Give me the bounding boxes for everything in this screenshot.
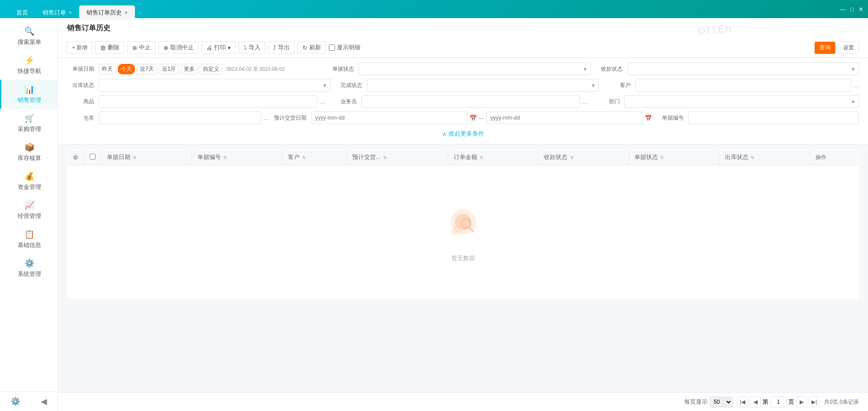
product-input[interactable] [99,95,317,108]
add-button[interactable]: + 新增 [67,42,92,54]
delivery-sort-icon[interactable]: ⇅ [383,155,387,160]
sidebar-icon-销售管理: 📊 [24,84,34,94]
amount-sort-icon[interactable]: ⇅ [480,155,483,160]
tab-close-销售订单历史[interactable]: × [125,10,128,16]
collapse-btn[interactable]: ∧ 收起更多条件 [67,128,859,140]
th-doc-status: 单据状态 ⇅ [629,150,719,165]
customer-filter-label: 客户 [604,82,631,89]
tab-close-销售订单[interactable]: × [69,10,72,16]
print-button[interactable]: 🖨 打印 ▾ [201,41,236,54]
sidebar-label-快捷导航: 快捷导航 [18,67,41,75]
sidebar-icon-系统管理: ⚙️ [24,258,34,268]
filter-row-4: 仓库 ... 预计交货日期 📅 — 📅 单据编号 [67,111,859,124]
1month-btn[interactable]: 近1月 [159,64,179,74]
date-sort-icon[interactable]: ⇅ [133,155,136,160]
doc-number-input[interactable] [688,111,859,124]
yesterday-btn[interactable]: 昨天 [99,64,116,74]
window-close-btn[interactable]: ✕ [858,6,863,13]
expected-date-to[interactable] [486,111,643,124]
salesperson-dots-btn[interactable]: ... [582,97,588,106]
stop-button[interactable]: ⊗ 中止 [127,41,156,54]
sidebar-item-基础信息[interactable]: 📋 基础信息 [0,225,58,254]
customer-sort-icon[interactable]: ⇅ [302,155,306,160]
product-control: ... [99,95,325,108]
window-maximize-btn[interactable]: □ [850,6,854,13]
show-columns-checkbox[interactable] [329,44,335,51]
current-page-input[interactable] [770,396,786,407]
complete-select[interactable]: ▾ [367,79,599,92]
sidebar-icon-资金管理: 💰 [24,171,34,181]
collapse-label: 收起更多条件 [449,130,484,138]
sidebar-item-资金管理[interactable]: 💰 资金管理 [0,167,58,196]
query-button[interactable]: 查询 [815,42,835,54]
th-customer: 客户 ⇅ [282,150,346,165]
calendar-to-icon[interactable]: 📅 [645,115,652,121]
sidebar-item-系统管理[interactable]: ⚙️ 系统管理 [0,254,58,283]
doc-status-sort-icon[interactable]: ⇅ [660,155,664,160]
filter-area: 单据日期 昨天 今天 近7天 近1月 更多 自定义 2023-06-02 至 2… [58,58,868,145]
sidebar-bottom: ⚙️ ◀ [0,392,58,411]
warehouse-input[interactable] [99,111,261,124]
tab-销售订单[interactable]: 销售订单× [35,5,79,20]
sidebar-item-销售管理[interactable]: 📊 销售管理 [0,80,58,109]
delivery-chevron-icon: ▾ [323,82,326,89]
prev-page-btn[interactable]: ◀ [750,396,761,407]
delivery-select[interactable]: ▾ [99,79,331,92]
sidebar-settings-btn[interactable]: ⚙️ [10,396,20,406]
today-btn[interactable]: 今天 [118,64,135,74]
status-select[interactable]: ▾ [359,63,590,75]
tab-销售订单历史[interactable]: 销售订单历史× [79,5,135,20]
customer-input[interactable] [635,79,851,92]
sidebar-item-库存核算[interactable]: 📦 库存核算 [0,138,58,167]
top-bar: 首页销售订单×销售订单历史× — □ ✕ [0,0,868,18]
first-page-btn[interactable]: |◀ [737,396,748,407]
cancel-stop-button[interactable]: ⊕ 取消中止 [158,41,199,54]
receipt-sort-icon[interactable]: ⇅ [570,155,574,160]
total-info: 共0页,0条记录 [824,398,859,406]
department-chevron-icon: ▾ [852,98,855,105]
sidebar-item-采购管理[interactable]: 🛒 采购管理 [0,109,58,138]
export-button[interactable]: ⤴ 导出 [268,41,295,54]
sidebar-item-快捷导航[interactable]: ⚡ 快捷导航 [0,51,58,80]
customer-dots-btn[interactable]: ... [853,81,859,89]
window-minimize-btn[interactable]: — [840,6,846,13]
7days-btn[interactable]: 近7天 [137,64,157,74]
sidebar-label-系统管理: 系统管理 [18,270,41,278]
receipt-status-select[interactable]: ▾ [627,63,859,75]
th-number: 单据编号 ⇅ [192,150,282,165]
sidebar-collapse-btn[interactable]: ◀ [41,396,47,406]
next-page-btn[interactable]: ▶ [796,396,807,407]
department-label: 部门 [593,98,620,106]
complete-label: 完成状态 [335,82,362,89]
status-filter-label: 单据状态 [327,65,354,73]
number-sort-icon[interactable]: ⇅ [223,155,227,160]
sidebar-icon-搜索菜单: 🔍 [24,26,34,36]
per-page-dropdown[interactable]: 50 20 100 200 [710,396,733,407]
refresh-button[interactable]: ↻ 刷新 [297,41,326,54]
filter-row-3: 商品 ... 业务员 ... 部门 ▾ [67,95,859,108]
last-page-btn[interactable]: ▶| [809,396,820,407]
product-dots-btn[interactable]: ... [319,97,325,106]
svg-point-4 [451,227,462,235]
sidebar-icon-库存核算: 📦 [24,142,34,152]
calendar-from-icon[interactable]: 📅 [470,115,477,121]
show-columns-area: 显示明细 [329,44,360,52]
stop-icon: ⊗ [132,44,137,51]
sidebar-item-经营管理[interactable]: 📈 经营管理 [0,196,58,225]
warehouse-dots-btn[interactable]: ... [263,114,269,122]
sidebar-item-搜索菜单[interactable]: 🔍 搜索菜单 [0,22,58,51]
expected-date-from[interactable] [311,111,468,124]
custom-date-btn[interactable]: 自定义 [200,64,222,74]
more-date-btn[interactable]: 更多 [181,64,198,74]
delivery-status-sort-icon[interactable]: ⇅ [751,155,754,160]
print-dropdown-icon: ▾ [228,44,231,51]
settings-button[interactable]: 设置 [838,42,859,54]
import-button[interactable]: ⤵ 导入 [239,41,265,54]
delete-button[interactable]: 🗑 删除 [95,41,125,54]
department-select[interactable]: ▾ [624,95,859,108]
tab-首页[interactable]: 首页 [9,5,35,20]
salesperson-input[interactable] [361,95,580,108]
settings-gear-icon[interactable]: ⚙ [73,154,78,161]
sidebar-nav: 🔍 搜索菜单 ⚡ 快捷导航 📊 销售管理 🛒 采购管理 📦 库存核算 💰 资金管… [0,22,58,283]
select-all-checkbox[interactable] [90,154,96,160]
